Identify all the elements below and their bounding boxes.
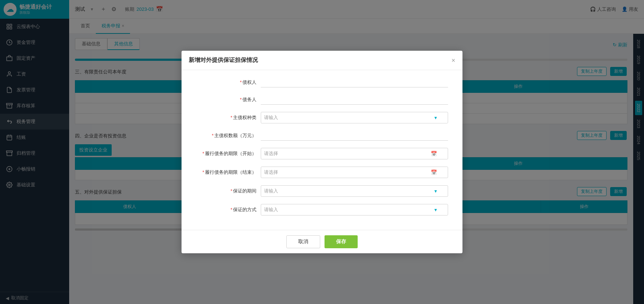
claim-type-select[interactable]: 请输入 ▾ bbox=[261, 112, 448, 123]
form-row-period-end: *履行债务的期限（结束） 请选择 📅 bbox=[196, 167, 448, 178]
modal-footer: 取消 保存 bbox=[182, 230, 462, 253]
creditor-label: *债权人 bbox=[196, 79, 261, 86]
period-start-wrap: 请选择 📅 bbox=[261, 148, 448, 159]
form-row-period-start: *履行债务的期限（开始） 请选择 📅 bbox=[196, 148, 448, 159]
modal-dialog: 新增对外提供保证担保情况 × *债权人 *债务人 bbox=[182, 51, 462, 253]
required-mark: * bbox=[231, 188, 232, 194]
guarantee-method-label: *保证的方式 bbox=[196, 207, 261, 213]
guarantee-method-wrap: 请输入 ▾ bbox=[261, 204, 448, 215]
period-end-wrap: 请选择 📅 bbox=[261, 167, 448, 178]
modal-title: 新增对外提供保证担保情况 bbox=[189, 56, 258, 64]
modal-close-button[interactable]: × bbox=[451, 57, 455, 64]
form-row-guarantee-method: *保证的方式 请输入 ▾ bbox=[196, 204, 448, 215]
form-row-claim-type: *主债权种类 请输入 ▾ bbox=[196, 112, 448, 123]
guarantee-period-label: *保证的期间 bbox=[196, 188, 261, 194]
modal-body: *债权人 *债务人 *主债权种类 bbox=[182, 70, 462, 230]
guarantee-method-placeholder: 请输入 bbox=[264, 207, 278, 213]
guarantee-period-placeholder: 请输入 bbox=[264, 188, 278, 194]
modal-header: 新增对外提供保证担保情况 × bbox=[182, 51, 462, 70]
required-mark: * bbox=[240, 97, 242, 102]
period-start-picker[interactable]: 请选择 📅 bbox=[261, 148, 448, 159]
required-mark: * bbox=[231, 115, 232, 120]
claim-amount-label: *主债权数额（万元） bbox=[196, 132, 261, 139]
form-row-claim-amount: *主债权数额（万元） bbox=[196, 131, 448, 141]
period-end-label: *履行债务的期限（结束） bbox=[196, 169, 261, 176]
guarantee-method-arrow-icon: ▾ bbox=[434, 207, 437, 213]
modal-overlay: 新增对外提供保证担保情况 × *债权人 *债务人 bbox=[0, 0, 644, 304]
period-start-calendar-icon: 📅 bbox=[431, 151, 437, 156]
claim-amount-input[interactable] bbox=[261, 131, 448, 141]
period-start-placeholder: 请选择 bbox=[264, 150, 278, 157]
guarantee-method-select[interactable]: 请输入 ▾ bbox=[261, 204, 448, 215]
debtor-input[interactable] bbox=[261, 95, 448, 105]
period-end-picker[interactable]: 请选择 📅 bbox=[261, 167, 448, 178]
claim-type-arrow-icon: ▾ bbox=[434, 115, 437, 121]
required-mark: * bbox=[212, 133, 214, 138]
form-row-creditor: *债权人 bbox=[196, 77, 448, 87]
period-end-placeholder: 请选择 bbox=[264, 169, 278, 176]
claim-type-label: *主债权种类 bbox=[196, 114, 261, 121]
guarantee-period-select[interactable]: 请输入 ▾ bbox=[261, 185, 448, 197]
claim-type-placeholder: 请输入 bbox=[264, 114, 278, 121]
form-row-guarantee-period: *保证的期间 请输入 ▾ bbox=[196, 185, 448, 197]
debtor-label: *债务人 bbox=[196, 96, 261, 103]
creditor-input[interactable] bbox=[261, 77, 448, 87]
period-end-calendar-icon: 📅 bbox=[431, 169, 437, 175]
required-mark: * bbox=[202, 169, 204, 175]
debtor-input-wrap bbox=[261, 95, 448, 105]
period-start-label: *履行债务的期限（开始） bbox=[196, 150, 261, 157]
form-row-debtor: *债务人 bbox=[196, 95, 448, 105]
save-button[interactable]: 保存 bbox=[325, 235, 358, 248]
guarantee-period-wrap: 请输入 ▾ bbox=[261, 185, 448, 197]
required-mark: * bbox=[202, 151, 204, 156]
required-mark: * bbox=[240, 80, 242, 85]
claim-type-wrap: 请输入 ▾ bbox=[261, 112, 448, 123]
guarantee-period-arrow-icon: ▾ bbox=[434, 188, 437, 194]
required-mark: * bbox=[231, 207, 232, 212]
cancel-button[interactable]: 取消 bbox=[286, 235, 320, 248]
claim-amount-wrap bbox=[261, 131, 448, 141]
creditor-input-wrap bbox=[261, 77, 448, 87]
